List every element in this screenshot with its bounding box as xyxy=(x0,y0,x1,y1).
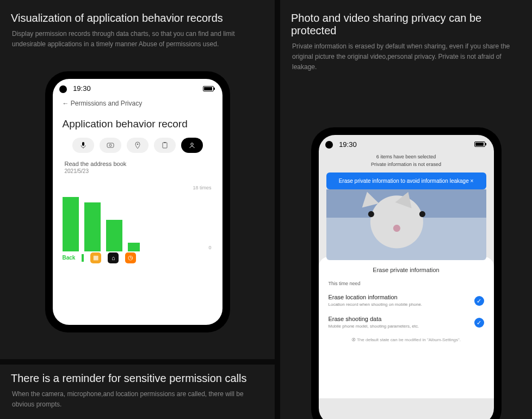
section-title-reminder: There is a reminder for sensitive permis… xyxy=(0,365,275,389)
punch-hole-camera-r xyxy=(325,141,333,149)
svg-point-10 xyxy=(190,143,193,145)
opt1-title: Erase location information xyxy=(329,294,423,300)
phone-frame-left: 19:30 ← Permissions and Privacy Applicat… xyxy=(45,71,230,332)
app-icon-1[interactable]: ▦ xyxy=(90,252,101,263)
page-title: Application behavior record xyxy=(53,110,222,138)
option-erase-location[interactable]: Erase location information Location reco… xyxy=(329,294,484,307)
pill-camera[interactable] xyxy=(100,138,121,153)
clipboard-icon xyxy=(161,141,169,149)
phone-screen-right: 19:30 6 items have been selected Private… xyxy=(319,135,494,419)
mic-icon xyxy=(79,141,87,149)
opt1-sub: Location record when shooting on mobile … xyxy=(329,302,423,307)
status-bar: 19:30 xyxy=(53,79,222,96)
check-icon[interactable]: ✓ xyxy=(474,296,484,306)
section-title-behavior: Visualization of application behavior re… xyxy=(0,0,275,29)
opt2-sub: Mobile phone model, shooting parameters,… xyxy=(329,324,419,329)
chart-title: Read the address book xyxy=(53,161,222,168)
option-erase-shooting[interactable]: Erase shooting data Mobile phone model, … xyxy=(329,316,484,329)
erase-banner[interactable]: Erase private information to avoid infor… xyxy=(326,172,486,189)
pill-location[interactable] xyxy=(127,138,149,153)
check-icon[interactable]: ✓ xyxy=(474,318,484,328)
section-desc-privacy: Private information is erased by default… xyxy=(280,41,532,78)
section-title-privacy: Photo and video sharing privacy can be p… xyxy=(280,0,532,41)
section-desc-behavior: Display permission records through data … xyxy=(0,29,275,55)
sheet-title: Erase private information xyxy=(329,267,484,273)
battery-icon xyxy=(203,86,214,91)
pill-contacts[interactable] xyxy=(181,138,203,153)
status-bar-r: 19:30 xyxy=(319,135,494,152)
status-time: 19:30 xyxy=(73,84,91,93)
sheet-subtitle: This time need xyxy=(329,281,484,286)
pill-clipboard[interactable] xyxy=(154,138,176,153)
punch-hole-camera xyxy=(59,85,67,93)
ytick-upper: 18 times xyxy=(193,185,211,190)
svg-point-7 xyxy=(137,144,138,145)
bar-1 xyxy=(63,197,79,251)
xlabel-back: Back xyxy=(63,255,76,261)
app-icon-3[interactable]: ◷ xyxy=(125,252,136,263)
chart-bars xyxy=(63,197,140,251)
contacts-icon xyxy=(188,141,196,149)
svg-rect-4 xyxy=(82,142,84,146)
ytick-lower: 0 xyxy=(208,245,211,250)
chart-area: 18 times 0 Back ▦ ⌂ ◷ xyxy=(63,182,213,263)
status-time-r: 19:30 xyxy=(339,140,357,149)
app-icon-2[interactable]: ⌂ xyxy=(108,252,119,263)
camera-icon xyxy=(107,141,114,149)
svg-rect-5 xyxy=(107,143,114,147)
bar-2 xyxy=(84,202,101,251)
cat-ear-l xyxy=(358,190,379,208)
sheet-footer: ⦿ The default state can be modified in "… xyxy=(329,337,484,342)
opt2-title: Erase shooting data xyxy=(329,316,419,322)
battery-icon-r xyxy=(474,141,485,147)
cat-ear-r xyxy=(395,189,416,208)
bar-3 xyxy=(106,220,122,251)
bar-4 xyxy=(128,243,140,251)
phone-screen-left: 19:30 ← Permissions and Privacy Applicat… xyxy=(53,79,222,325)
erase-status: Private information is not erased xyxy=(319,159,494,167)
xlabel-spark xyxy=(82,254,84,262)
location-icon xyxy=(134,141,141,149)
phone-frame-right: 19:30 6 items have been selected Private… xyxy=(311,127,502,419)
back-nav[interactable]: ← Permissions and Privacy xyxy=(53,96,222,110)
chart-xaxis: Back ▦ ⌂ ◷ xyxy=(63,252,137,263)
svg-rect-9 xyxy=(164,142,166,143)
selected-photo-preview[interactable] xyxy=(326,189,486,260)
svg-rect-8 xyxy=(163,143,167,148)
section-desc-reminder: When the camera, microphone,and location… xyxy=(0,389,275,415)
selection-count: 6 items have been selected xyxy=(319,152,494,159)
erase-sheet: Erase private information This time need… xyxy=(319,257,494,398)
pill-mic[interactable] xyxy=(72,138,94,153)
permission-pill-row xyxy=(53,138,222,161)
svg-point-6 xyxy=(109,144,112,146)
chart-date: 2021/5/23 xyxy=(53,168,222,180)
